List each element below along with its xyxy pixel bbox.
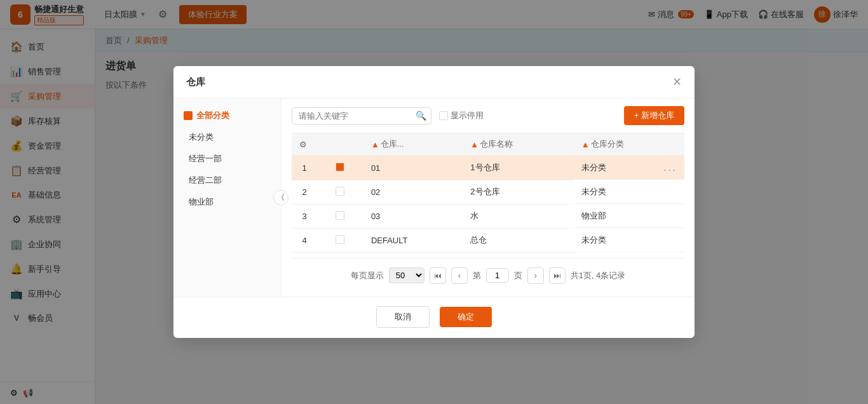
table-row[interactable]: 2 02 2号仓库 未分类... — [292, 180, 684, 204]
row-checkbox[interactable] — [317, 180, 363, 204]
warehouse-table: ⚙ ▲ 仓库... ▲ — [292, 133, 684, 253]
next-page-button[interactable]: › — [527, 267, 544, 284]
confirm-button[interactable]: 确定 — [440, 307, 492, 327]
per-page-label: 每页显示 — [351, 270, 384, 281]
category-icon — [184, 111, 193, 120]
modal-close-button[interactable]: ✕ — [672, 75, 682, 89]
row-name: 总仓 — [463, 228, 573, 252]
first-page-button[interactable]: ⏮ — [430, 267, 446, 284]
table-container: ⚙ ▲ 仓库... ▲ — [292, 133, 684, 253]
modal-overlay: 仓库 ✕ 《 全部分类 未分类 经营一部 经营二部 物业部 — [0, 0, 868, 404]
row-code: DEFAULT — [363, 228, 463, 252]
row-code: 02 — [363, 180, 463, 204]
sort-icon-name: ▲ — [470, 140, 478, 149]
pagination: 每页显示 50 10 20 100 ⏮ ‹ 第 页 › ⏭ 共1页, 4条记录 — [292, 258, 684, 289]
category-item-operations1[interactable]: 经营一部 — [173, 148, 281, 170]
category-sidebar: 《 全部分类 未分类 经营一部 经营二部 物业部 — [173, 98, 281, 297]
modal-footer: 取消 确定 — [173, 297, 695, 338]
th-checkbox — [317, 133, 363, 156]
table-row[interactable]: 4 DEFAULT 总仓 未分类... — [292, 228, 684, 252]
th-name[interactable]: ▲ 仓库名称 — [463, 133, 573, 156]
add-warehouse-button[interactable]: + 新增仓库 — [624, 106, 684, 125]
row-checkbox[interactable] — [317, 204, 363, 228]
row-category: 未分类... — [574, 156, 684, 180]
row-name: 1号仓库 — [463, 156, 573, 180]
row-more-icon[interactable]: ... — [663, 161, 677, 174]
table-row[interactable]: 1 01 1号仓库 未分类... — [292, 156, 684, 180]
cancel-button[interactable]: 取消 — [376, 306, 430, 328]
category-all[interactable]: 全部分类 — [173, 105, 281, 126]
row-category: 未分类... — [574, 180, 684, 204]
page-prefix-label: 第 — [473, 270, 481, 281]
th-category[interactable]: ▲ 仓库分类 — [574, 133, 684, 156]
modal-title: 仓库 — [186, 76, 205, 88]
row-category: 物业部... — [574, 204, 684, 228]
total-label: 共1页, 4条记录 — [571, 270, 626, 281]
category-item-property[interactable]: 物业部 — [173, 191, 281, 213]
modal-header: 仓库 ✕ — [173, 66, 695, 98]
page-number-input[interactable] — [486, 268, 509, 283]
table-body: 1 01 1号仓库 未分类... 2 02 2号仓库 未分类... 3 03 水… — [292, 156, 684, 253]
table-header-row: ⚙ ▲ 仓库... ▲ — [292, 133, 684, 156]
row-code: 03 — [363, 204, 463, 228]
row-checkbox[interactable] — [317, 156, 363, 180]
th-code[interactable]: ▲ 仓库... — [363, 133, 463, 156]
sidebar-collapse-button[interactable]: 《 — [273, 190, 288, 205]
show-disabled-label[interactable]: 显示停用 — [439, 110, 484, 121]
sort-icon-category: ▲ — [581, 140, 590, 149]
search-wrap: 🔍 — [292, 107, 431, 125]
per-page-select[interactable]: 50 10 20 100 — [389, 267, 424, 283]
row-name: 水 — [463, 204, 573, 228]
modal-main-content: 🔍 显示停用 + 新增仓库 ⚙ — [281, 98, 695, 297]
row-category: 未分类... — [574, 228, 684, 252]
category-item-operations2[interactable]: 经营二部 — [173, 170, 281, 191]
modal-search-bar: 🔍 显示停用 + 新增仓库 — [292, 106, 684, 125]
show-disabled-checkbox[interactable] — [439, 111, 448, 120]
row-checkbox[interactable] — [317, 228, 363, 252]
row-code: 01 — [363, 156, 463, 180]
page-suffix-label: 页 — [514, 270, 522, 281]
category-all-label: 全部分类 — [196, 110, 229, 121]
modal-body: 《 全部分类 未分类 经营一部 经营二部 物业部 🔍 — [173, 98, 695, 297]
row-num: 4 — [292, 228, 317, 252]
row-name: 2号仓库 — [463, 180, 573, 204]
th-gear: ⚙ — [292, 133, 317, 156]
search-icon[interactable]: 🔍 — [416, 111, 426, 121]
last-page-button[interactable]: ⏭ — [549, 267, 566, 284]
search-input[interactable] — [292, 107, 431, 125]
prev-page-button[interactable]: ‹ — [451, 267, 468, 284]
row-num: 2 — [292, 180, 317, 204]
category-item-uncategorized[interactable]: 未分类 — [173, 126, 281, 148]
sort-icon-code: ▲ — [371, 140, 379, 149]
row-num: 3 — [292, 204, 317, 228]
row-num: 1 — [292, 156, 317, 180]
warehouse-modal: 仓库 ✕ 《 全部分类 未分类 经营一部 经营二部 物业部 — [173, 66, 695, 338]
table-row[interactable]: 3 03 水 物业部... — [292, 204, 684, 228]
